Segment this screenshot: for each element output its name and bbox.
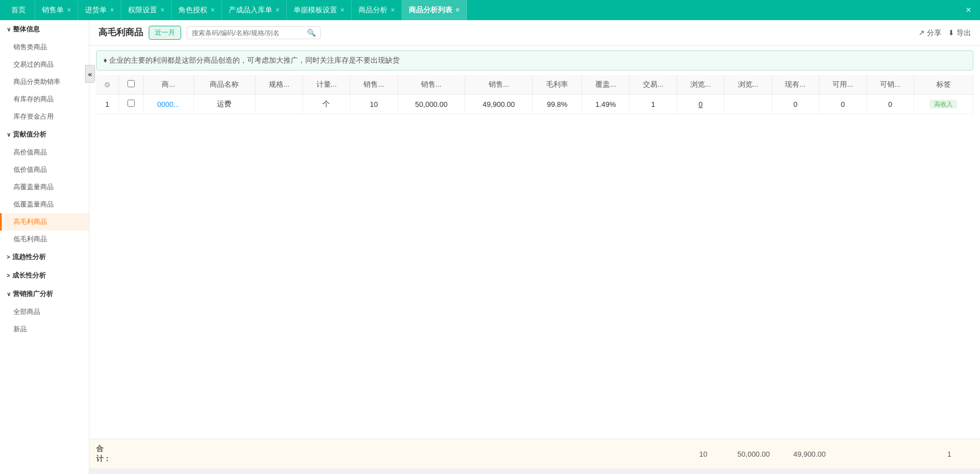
col-header-6[interactable]: 销售...	[350, 75, 397, 95]
window-close-button[interactable]: ×	[959, 5, 978, 15]
row-index: 1	[96, 95, 119, 114]
share-button[interactable]: ↗ 分享	[919, 28, 941, 38]
tab-close-btn-7[interactable]: ×	[391, 6, 395, 14]
sidebar-item-1-0[interactable]: 高价值商品	[0, 144, 89, 161]
tab-close-btn-6[interactable]: ×	[340, 6, 344, 14]
col-header-15[interactable]: 可用...	[819, 75, 867, 95]
table-row: 10000...运费个1050,000.0049,900.0099.8%1.49…	[96, 95, 973, 114]
col-header-13[interactable]: 浏览...	[725, 75, 772, 95]
nav-tab-2[interactable]: 进货单×	[78, 0, 121, 20]
col-header-7[interactable]: 销售...	[397, 75, 465, 95]
row-sellable: 0	[867, 95, 914, 114]
select-all-checkbox[interactable]	[127, 80, 135, 87]
footer-col-8	[837, 450, 882, 458]
sidebar-item-1-4[interactable]: 高毛利商品	[0, 213, 89, 231]
footer-spacer	[178, 450, 234, 458]
sidebar-section-1[interactable]: ∨贡献值分析	[0, 125, 89, 144]
col-header-4[interactable]: 规格...	[255, 75, 303, 95]
nav-tab-0[interactable]: 首页	[2, 0, 35, 20]
col-header-11[interactable]: 交易...	[629, 75, 677, 95]
footer-spacer	[234, 450, 290, 458]
col-header-9[interactable]: 毛利率	[532, 75, 582, 95]
sidebar-item-0-2[interactable]: 商品分类助销率	[0, 73, 89, 91]
tab-close-btn-4[interactable]: ×	[211, 6, 215, 14]
settings-icon[interactable]: ⚙	[104, 81, 111, 89]
sidebar-collapse-button[interactable]: «	[85, 65, 95, 83]
sidebar-section-2[interactable]: >流趋性分析	[0, 248, 89, 266]
search-icon[interactable]: 🔍	[307, 29, 316, 37]
sidebar-item-1-5[interactable]: 低毛利商品	[0, 231, 89, 248]
col-header-8[interactable]: 销售...	[465, 75, 533, 95]
sidebar-section-0[interactable]: ∨整体信息	[0, 20, 89, 39]
col-header-14[interactable]: 现有...	[771, 75, 819, 95]
sidebar-item-4-1[interactable]: 新品	[0, 321, 89, 338]
col-header-10[interactable]: 覆盖...	[582, 75, 629, 95]
page-title: 高毛利商品	[98, 27, 143, 39]
tab-close-btn-1[interactable]: ×	[67, 6, 71, 14]
footer-col-3	[569, 450, 625, 458]
nav-tab-8[interactable]: 商品分析列表×	[402, 0, 467, 20]
row-sales1: 10	[350, 95, 397, 114]
sidebar-item-0-1[interactable]: 交易过的商品	[0, 56, 89, 73]
nav-tab-1[interactable]: 销售单×	[35, 0, 78, 20]
row-name: 运费	[193, 95, 255, 114]
sidebar-item-4-0[interactable]: 全部商品	[0, 303, 89, 321]
row-sales3: 49,900.00	[465, 95, 533, 114]
row-views1[interactable]: 0	[677, 95, 725, 114]
row-checkbox[interactable]	[119, 95, 143, 114]
content-area: 高毛利商品 近一月 🔍 ↗ 分享 ⬇ 导出 ♦ 企业的主要的利润都是这部分商品创…	[89, 20, 980, 474]
sidebar-item-1-1[interactable]: 低价值商品	[0, 161, 89, 179]
row-sales2: 50,000.00	[397, 95, 465, 114]
row-available: 0	[819, 95, 867, 114]
filter-recent-month-button[interactable]: 近一月	[149, 26, 181, 40]
footer-col-9	[882, 450, 927, 458]
sidebar-section-4[interactable]: ∨营销推广分析	[0, 285, 89, 303]
col-header-3[interactable]: 商品名称	[193, 75, 255, 95]
nav-tab-6[interactable]: 单据模板设置×	[287, 0, 352, 20]
nav-tab-3[interactable]: 权限设置×	[121, 0, 172, 20]
sidebar-item-0-3[interactable]: 有库存的商品	[0, 91, 89, 108]
footer-label: 合计：	[96, 444, 111, 464]
row-code: 0000...	[143, 95, 193, 114]
nav-tab-7[interactable]: 商品分析×	[352, 0, 402, 20]
row-unit: 个	[303, 95, 351, 114]
tab-close-btn-3[interactable]: ×	[160, 6, 164, 14]
tab-close-btn-5[interactable]: ×	[276, 6, 280, 14]
nav-tab-4[interactable]: 角色授权×	[172, 0, 222, 20]
top-nav: 首页销售单×进货单×权限设置×角色授权×产成品入库单×单据模板设置×商品分析×商…	[0, 0, 980, 20]
tab-close-btn-2[interactable]: ×	[110, 6, 114, 14]
row-tag: 高收入	[914, 95, 973, 114]
info-text: ♦ 企业的主要的利润都是这部分商品创造的，可考虑加大推广，同时关注库存是不要出现…	[103, 55, 400, 65]
footer-col-5: 10	[681, 450, 726, 458]
footer-col-0	[401, 450, 457, 458]
data-table: ⚙商...商品名称规格...计量...销售...销售...销售...毛利率覆盖.…	[96, 75, 973, 114]
col-header-16[interactable]: 可销...	[867, 75, 914, 95]
sidebar-item-0-4[interactable]: 库存资金占用	[0, 108, 89, 125]
col-header-0: ⚙	[96, 75, 119, 95]
sidebar-item-0-0[interactable]: 销售类商品	[0, 39, 89, 56]
col-header-2[interactable]: 商...	[143, 75, 193, 95]
main-layout: ∨整体信息销售类商品交易过的商品商品分类助销率有库存的商品库存资金占用∨贡献值分…	[0, 20, 980, 474]
footer-col-6: 50,000.00	[726, 450, 782, 458]
sidebar-item-1-3[interactable]: 低覆盖量商品	[0, 196, 89, 213]
footer-col-10: 1	[927, 450, 972, 458]
footer-col-7: 49,900.00	[782, 450, 837, 458]
footer-col-11	[972, 450, 980, 458]
row-transactions: 1	[629, 95, 677, 114]
footer-col-4	[625, 450, 681, 458]
header-actions: ↗ 分享 ⬇ 导出	[919, 28, 971, 38]
export-button[interactable]: ⬇ 导出	[948, 28, 971, 38]
footer-col-2	[513, 450, 569, 458]
col-header-17[interactable]: 标签	[914, 75, 973, 95]
search-box: 🔍	[187, 26, 321, 39]
col-header-5[interactable]: 计量...	[303, 75, 351, 95]
bottom-scrollbar[interactable]	[89, 468, 980, 474]
footer-col-1	[457, 450, 513, 458]
nav-tab-5[interactable]: 产成品入库单×	[222, 0, 287, 20]
col-header-12[interactable]: 浏览...	[677, 75, 725, 95]
sidebar-section-3[interactable]: >成长性分析	[0, 266, 89, 285]
tab-close-btn-8[interactable]: ×	[456, 6, 460, 14]
search-input[interactable]	[192, 29, 307, 37]
sidebar-item-1-2[interactable]: 高覆盖量商品	[0, 179, 89, 196]
row-gross-rate: 99.8%	[532, 95, 582, 114]
